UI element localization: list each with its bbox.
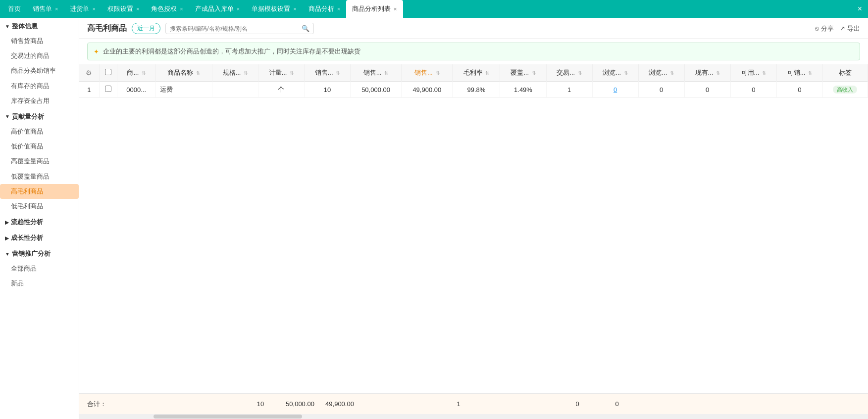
sidebar-item-high-coverage[interactable]: 高覆盖量商品 [0, 154, 79, 169]
col-unit[interactable]: 计量... ⇅ [258, 64, 304, 82]
sort-icon: ⇅ [578, 70, 582, 76]
table-row: 1 0000... 运费 个 10 50,000.00 49,900.00 99… [79, 82, 868, 98]
sidebar-group-trend[interactable]: ▶ 流趋性分析 [0, 214, 79, 230]
row-unit: 个 [258, 82, 304, 98]
gear-icon: ⚙ [86, 69, 92, 77]
header-actions: ⎋ 分享 ↗ 导出 [815, 24, 860, 33]
tab-role-auth[interactable]: 角色授权 × [145, 0, 189, 18]
sidebar-item-high-margin[interactable]: 高毛利商品 [0, 184, 79, 199]
sidebar-item-low-margin[interactable]: 低毛利商品 [0, 199, 79, 214]
search-box: 🔍 [165, 23, 314, 34]
tab-close-icon[interactable]: × [180, 6, 183, 12]
col-sales-profit[interactable]: 销售... ⇅ [402, 64, 453, 82]
tab-product-analysis[interactable]: 商品分析 × [303, 0, 346, 18]
tag-badge: 高收入 [833, 86, 857, 93]
sort-icon: ⇅ [436, 70, 440, 76]
info-banner: ✦ 企业的主要的利润都是这部分商品创造的，可考虑加大推广，同时关注库存是不要出现… [87, 43, 860, 60]
sidebar-item-all-products[interactable]: 全部商品 [0, 261, 79, 276]
tab-close-icon[interactable]: × [337, 6, 340, 12]
row-browse2: 0 [638, 82, 684, 98]
col-sales-amount[interactable]: 销售... ⇅ [350, 64, 401, 82]
top-nav: 首页 销售单 × 进货单 × 权限设置 × 角色授权 × 产成品入库单 × 单据… [0, 0, 868, 18]
row-trade: 1 [546, 82, 592, 98]
tab-close-icon[interactable]: × [293, 6, 296, 12]
product-table: ⚙ 商... ⇅ 商品名称 ⇅ [79, 64, 868, 98]
col-tag[interactable]: 标签 [822, 64, 868, 82]
chevron-right-icon: ▶ [5, 235, 9, 241]
tab-product-analysis-list[interactable]: 商品分析列表 × [346, 0, 403, 18]
col-margin-rate[interactable]: 毛利率 ⇅ [453, 64, 500, 82]
table-footer: 合计： 10 50,000.00 49,900.00 1 0 0 [79, 393, 868, 414]
sort-icon: ⇅ [290, 70, 294, 76]
tab-sales-order[interactable]: 销售单 × [27, 0, 64, 18]
row-available2: 0 [730, 82, 776, 98]
col-code[interactable]: 商... ⇅ [117, 64, 155, 82]
sort-icon: ⇅ [485, 70, 489, 76]
sidebar-item-traded-products[interactable]: 交易过的商品 [0, 48, 79, 63]
horizontal-scrollbar[interactable] [79, 414, 868, 419]
sidebar-item-product-assist[interactable]: 商品分类助销率 [0, 63, 79, 78]
row-browse1[interactable]: 0 [592, 82, 638, 98]
row-index: 1 [79, 82, 99, 98]
search-input[interactable] [170, 25, 300, 32]
sidebar-group-overall[interactable]: ▼ 整体信息 [0, 18, 79, 34]
tab-permissions[interactable]: 权限设置 × [102, 0, 145, 18]
sort-icon: ⇅ [624, 70, 628, 76]
row-sales-qty: 10 [304, 82, 350, 98]
share-icon: ⎋ [815, 25, 819, 32]
sort-icon: ⇅ [716, 70, 720, 76]
row-name: 运费 [155, 82, 212, 98]
sidebar-item-new-products[interactable]: 新品 [0, 276, 79, 291]
col-name[interactable]: 商品名称 ⇅ [155, 64, 212, 82]
col-browse2[interactable]: 浏览... ⇅ [638, 64, 684, 82]
scrollbar-thumb[interactable] [153, 415, 302, 419]
col-trade[interactable]: 交易... ⇅ [546, 64, 592, 82]
col-coverage[interactable]: 覆盖... ⇅ [500, 64, 546, 82]
search-icon[interactable]: 🔍 [302, 25, 309, 32]
tab-template-settings[interactable]: 单据模板设置 × [246, 0, 302, 18]
col-browse1[interactable]: 浏览... ⇅ [592, 64, 638, 82]
select-all-checkbox[interactable] [105, 69, 111, 75]
tab-close-icon[interactable]: × [237, 6, 240, 12]
sidebar-item-sales-products[interactable]: 销售货商品 [0, 34, 79, 48]
sidebar-item-low-coverage[interactable]: 低覆盖量商品 [0, 169, 79, 184]
filter-recent-month-button[interactable]: 近一月 [132, 23, 160, 34]
tab-home[interactable]: 首页 [2, 0, 27, 18]
row-margin-rate: 99.8% [453, 82, 500, 98]
sidebar-toggle-button[interactable]: « [79, 209, 79, 229]
chevron-right-icon: ▶ [5, 220, 9, 225]
main-layout: ▼ 整体信息 销售货商品 交易过的商品 商品分类助销率 有库存的商品 库存资金占… [0, 18, 868, 419]
sidebar-item-low-price[interactable]: 低价值商品 [0, 139, 79, 154]
tab-product-entry[interactable]: 产成品入库单 × [189, 0, 246, 18]
col-saleable[interactable]: 可销... ⇅ [776, 64, 822, 82]
col-gear[interactable]: ⚙ [79, 64, 99, 82]
footer-sales-profit: 49,900.00 [320, 400, 359, 408]
export-button[interactable]: ↗ 导出 [840, 24, 860, 33]
sidebar-group-marketing[interactable]: ▼ 营销推广分析 [0, 245, 79, 261]
tab-purchase-order[interactable]: 进货单 × [64, 0, 101, 18]
close-all-tabs-button[interactable]: × [854, 4, 866, 13]
sidebar-group-growth[interactable]: ▶ 成长性分析 [0, 230, 79, 245]
row-spec [212, 82, 258, 98]
share-button[interactable]: ⎋ 分享 [815, 24, 834, 33]
sidebar-item-high-price[interactable]: 高价值商品 [0, 124, 79, 139]
col-available2[interactable]: 可用... ⇅ [730, 64, 776, 82]
tab-close-icon[interactable]: × [92, 6, 95, 12]
sidebar-item-inventory-share[interactable]: 库存资金占用 [0, 93, 79, 108]
chevron-down-icon: ▼ [5, 114, 10, 119]
sidebar-group-finance[interactable]: ▼ 贡献量分析 [0, 108, 79, 124]
sidebar-item-stocked-products[interactable]: 有库存的商品 [0, 79, 79, 93]
tab-close-icon[interactable]: × [55, 6, 58, 12]
row-checkbox[interactable] [99, 82, 117, 98]
sidebar: ▼ 整体信息 销售货商品 交易过的商品 商品分类助销率 有库存的商品 库存资金占… [0, 18, 79, 419]
col-sales-qty[interactable]: 销售... ⇅ [304, 64, 350, 82]
col-available1[interactable]: 现有... ⇅ [684, 64, 730, 82]
tab-close-icon[interactable]: × [394, 6, 397, 12]
row-code: 0000... [117, 82, 155, 98]
footer-sales-qty: 10 [241, 400, 280, 408]
col-spec[interactable]: 规格... ⇅ [212, 64, 258, 82]
sort-icon: ⇅ [196, 70, 200, 76]
tab-close-icon[interactable]: × [136, 6, 139, 12]
col-checkbox[interactable] [99, 64, 117, 82]
chevron-down-icon: ▼ [5, 24, 10, 29]
